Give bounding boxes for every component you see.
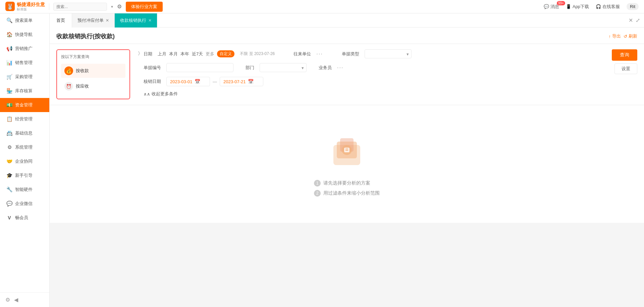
empty-tips: 1 请先选择要分析的方案 2 用过滤条件来缩小分析范围 — [314, 180, 380, 197]
dropdown-arrow-icon[interactable]: ▾ — [111, 4, 113, 9]
counterpart-more-icon[interactable]: ··· — [316, 51, 323, 57]
sidebar-item-management[interactable]: 📋 经营管理 — [0, 112, 49, 126]
sidebar-item-hardware[interactable]: 🔧 智能硬件 — [0, 183, 49, 197]
this-year-btn[interactable]: 本年 — [180, 51, 189, 57]
brand-text: 畅捷通好生意 标准版 — [17, 2, 45, 11]
filter-options-panel: 按以下方案查询 💰 按收款 ⏰ 按应收 — [56, 49, 130, 99]
filter-option-by-receipt[interactable]: 💰 按收款 — [61, 64, 125, 78]
page-header: 收款核销执行(按收款) ↑ 导出 ↺ 刷新 — [50, 28, 644, 44]
refresh-button[interactable]: ↺ 刷新 — [624, 33, 637, 39]
tab-writeoff-label: 收款核销执行 — [120, 17, 146, 23]
last-7-days-btn[interactable]: 近7天 — [192, 51, 203, 57]
staff-label: 业务员 — [319, 65, 332, 71]
sidebar-item-label: 库存核算 — [15, 88, 33, 94]
collapse-label: 收起更多条件 — [152, 91, 178, 97]
main-layout: 🔍 搜索菜单 🏠 快捷导航 📢 营销推广 📊 销售管理 🛒 采购管理 🏪 库存核… — [0, 13, 644, 307]
doc-no-label: 单据编号 — [144, 65, 161, 71]
writeoff-date-end[interactable]: 2023-07-21 📅 — [220, 77, 263, 86]
dept-select[interactable] — [260, 63, 307, 72]
sidebar-item-marketing[interactable]: 📢 营销推广 — [0, 42, 49, 56]
refresh-label: 刷新 — [629, 33, 637, 39]
custom-date-btn[interactable]: 自定义 — [217, 50, 234, 57]
refresh-icon: ↺ — [624, 34, 627, 39]
search-icon: 🔍 — [6, 17, 12, 23]
filter-panel-title: 按以下方案查询 — [61, 54, 125, 60]
empty-state: 1 请先选择要分析的方案 2 用过滤条件来缩小分析范围 — [50, 105, 644, 223]
calendar-start-icon[interactable]: 📅 — [195, 79, 200, 84]
purchase-icon: 🛒 — [6, 74, 12, 80]
service-label: 在线客服 — [602, 4, 620, 10]
empty-illustration — [327, 132, 367, 172]
filter-panel-collapse[interactable]: 》 — [137, 49, 144, 99]
page-title: 收款核销执行(按收款) — [56, 32, 115, 40]
tab-home-label: 首页 — [56, 17, 65, 23]
empty-tip-2: 2 用过滤条件来缩小分析范围 — [314, 190, 380, 197]
this-month-btn[interactable]: 本月 — [169, 51, 178, 57]
filter-row-2: 单据编号 部门 业务员 ··· — [144, 63, 604, 72]
calendar-end-icon[interactable]: 📅 — [248, 79, 254, 84]
sidebar-item-inventory[interactable]: 🏪 库存核算 — [0, 84, 49, 98]
tab-prepay-close[interactable]: ✕ — [106, 18, 109, 23]
tip-text-1: 请先选择要分析的方案 — [323, 180, 370, 186]
sidebar-item-guide[interactable]: 🎓 新手引导 — [0, 168, 49, 183]
close-tab-icon[interactable]: ✕ — [629, 17, 633, 23]
doc-no-input[interactable] — [166, 63, 233, 72]
sidebar-item-collab[interactable]: 🤝 企业协同 — [0, 154, 49, 168]
search-input[interactable] — [53, 3, 107, 11]
tip-num-1: 1 — [314, 180, 321, 187]
sidebar-item-member[interactable]: V 畅会员 — [0, 211, 49, 225]
tab-writeoff[interactable]: 收款核销执行 ✕ — [115, 13, 157, 28]
sidebar-item-wechat[interactable]: 💬 企业微信 — [0, 197, 49, 211]
finance-icon: 💵 — [6, 102, 12, 108]
message-badge: 99+ — [557, 1, 565, 5]
sidebar-item-system[interactable]: ⚙ 系统管理 — [0, 140, 49, 154]
tabbar: 首页 预付冲应付单 ✕ 收款核销执行 ✕ ✕ ⤢ — [50, 13, 644, 28]
writeoff-date-start[interactable]: 2023-03-01 📅 — [166, 77, 210, 86]
solution-button[interactable]: 体验行业方案 — [126, 2, 163, 12]
tab-home[interactable]: 首页 — [50, 13, 72, 28]
hardware-icon: 🔧 — [6, 187, 12, 193]
gear-icon[interactable]: ⚙ — [117, 3, 122, 10]
setting-button[interactable]: 设置 — [614, 63, 637, 74]
filter-row-1: 日期 上月 本月 本年 近7天 更多 自定义 不限 至 2023-07-26 — [144, 49, 637, 97]
app-download-button[interactable]: 📱 App下载 — [566, 4, 589, 10]
sidebar-item-label: 系统管理 — [15, 144, 33, 150]
sidebar-item-label: 快捷导航 — [15, 32, 33, 38]
sidebar-item-sales[interactable]: 📊 销售管理 — [0, 56, 49, 70]
filter-section: 按以下方案查询 💰 按收款 ⏰ 按应收 》 — [50, 44, 644, 105]
app-label: App下载 — [573, 4, 589, 10]
tab-prepay[interactable]: 预付冲应付单 ✕ — [72, 13, 115, 28]
user-avatar[interactable]: Rit — [627, 3, 639, 10]
message-button[interactable]: 💬 消息 99+ — [544, 4, 559, 10]
last-month-btn[interactable]: 上月 — [158, 51, 166, 57]
doc-type-select[interactable] — [365, 49, 412, 58]
sidebar-item-quicknav[interactable]: 🏠 快捷导航 — [0, 28, 49, 42]
topbar-right: 💬 消息 99+ 📱 App下载 🎧 在线客服 Rit — [544, 3, 639, 10]
sidebar-item-label: 新手引导 — [15, 172, 33, 178]
receipt-icon: 💰 — [64, 66, 73, 75]
filter-option-by-receivable[interactable]: ⏰ 按应收 — [61, 79, 125, 93]
expand-icon[interactable]: ⤢ — [636, 17, 640, 23]
sidebar-item-basic[interactable]: 📇 基础信息 — [0, 126, 49, 140]
sidebar-item-purchase[interactable]: 🛒 采购管理 — [0, 70, 49, 84]
collapse-more-button[interactable]: ∧∧ 收起更多条件 — [144, 91, 178, 97]
filter-actions: 查询 设置 — [612, 49, 637, 74]
page-header-actions: ↑ 导出 ↺ 刷新 — [609, 33, 638, 39]
query-button[interactable]: 查询 — [612, 49, 637, 61]
filter-fields: 日期 上月 本月 本年 近7天 更多 自定义 不限 至 2023-07-26 — [144, 49, 637, 99]
filter-row-3: 核销日期 2023-03-01 📅 — 2023-07-21 — [144, 77, 604, 86]
more-dates-btn[interactable]: 更多 — [206, 51, 214, 57]
wechat-icon: 💬 — [6, 201, 12, 207]
inventory-icon: 🏪 — [6, 88, 12, 94]
collapse-sidebar-icon[interactable]: ◀ — [14, 297, 18, 303]
online-service-button[interactable]: 🎧 在线客服 — [596, 4, 620, 10]
sidebar-item-search[interactable]: 🔍 搜索菜单 — [0, 13, 49, 28]
export-button[interactable]: ↑ 导出 — [609, 33, 621, 39]
brand: 🐰 畅捷通好生意 标准版 — [5, 2, 45, 11]
sidebar-item-finance[interactable]: 💵 资金管理 — [0, 98, 49, 112]
service-icon: 🎧 — [596, 4, 601, 9]
tab-writeoff-close[interactable]: ✕ — [148, 18, 152, 23]
collapse-up-icon: ∧∧ — [144, 92, 150, 97]
staff-more-icon[interactable]: ··· — [337, 65, 343, 71]
settings-bottom-icon[interactable]: ⚙ — [5, 297, 10, 303]
